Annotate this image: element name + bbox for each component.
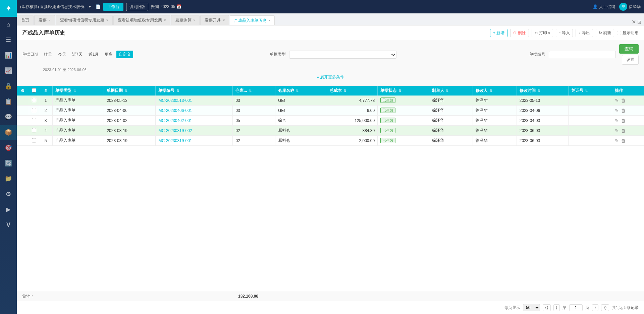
setting-button[interactable]: 设置: [622, 55, 639, 65]
tab-invoice-open[interactable]: 发票开具 ×: [200, 15, 229, 25]
page-size-select[interactable]: 50 20 100: [523, 304, 540, 311]
row-select-1[interactable]: [32, 108, 36, 112]
col-warehouse-code[interactable]: 仓库... ⇅: [233, 86, 275, 96]
select-all-checkbox[interactable]: [32, 88, 36, 92]
tab-close-all-icon[interactable]: ✕: [632, 19, 636, 25]
row-delete-icon-1[interactable]: 🗑: [621, 108, 626, 113]
row-voucher-no-link-4[interactable]: MC-20230319-001: [158, 138, 192, 143]
row-voucher-no-1[interactable]: MC-20230406-001: [156, 106, 233, 116]
tab-sales-vat[interactable]: 查看销项增值税专用发票 ×: [56, 15, 113, 25]
table-container[interactable]: ⚙ # 单据类型 ⇅ 单据日期 ⇅: [17, 86, 644, 291]
row-edit-icon-4[interactable]: ✎: [615, 138, 619, 143]
app-logo[interactable]: ✦: [0, 0, 17, 17]
export-button[interactable]: ↓ 导出: [576, 29, 593, 37]
delete-button[interactable]: ⊖ 删除: [510, 29, 529, 37]
import-button[interactable]: ↑ 导入: [556, 29, 573, 37]
col-date[interactable]: 单据日期 ⇅: [104, 86, 156, 96]
sidebar-item-home[interactable]: ⌂: [0, 17, 17, 32]
refresh-button[interactable]: ↻ 刷新: [596, 29, 614, 37]
sidebar-item-lock[interactable]: 🔒: [0, 78, 17, 94]
date-btn-1month[interactable]: 近1月: [86, 51, 101, 58]
col-settings[interactable]: ⚙: [17, 86, 29, 96]
sidebar-item-list[interactable]: 📋: [0, 94, 17, 109]
date-btn-7days[interactable]: 近7天: [70, 51, 85, 58]
row-select-3[interactable]: [32, 128, 36, 132]
print-button[interactable]: ⊕ 打印 ▾: [532, 29, 553, 37]
expand-conditions-button[interactable]: ▾ 展开更多条件: [317, 74, 344, 80]
tab-invoice[interactable]: 发票 ×: [34, 15, 55, 25]
row-voucher-no-0[interactable]: MC-20230513-001: [156, 96, 233, 106]
prev-page-button[interactable]: ⟨: [553, 304, 560, 311]
row-edit-icon-1[interactable]: ✎: [615, 108, 619, 113]
tab-purchase-vat[interactable]: 查看进项增值税专用发票 ×: [113, 15, 170, 25]
row-delete-icon-0[interactable]: 🗑: [621, 98, 626, 103]
date-btn-custom[interactable]: 自定义: [116, 51, 133, 58]
last-page-button[interactable]: ⟩⟩: [601, 304, 609, 311]
user-menu[interactable]: 华 徐泽华: [619, 3, 641, 11]
row-voucher-no-3[interactable]: MC-20230319-002: [156, 126, 233, 136]
tab-invoice-close[interactable]: ×: [49, 18, 51, 22]
next-page-button[interactable]: ⟩: [592, 304, 598, 311]
row-voucher-no-link-1[interactable]: MC-20230406-001: [158, 108, 192, 113]
row-select-4[interactable]: [32, 138, 36, 142]
sidebar-item-warehouse[interactable]: 📦: [0, 125, 17, 140]
service-link[interactable]: 👤 人工咨询: [593, 4, 615, 10]
sidebar-item-analytics[interactable]: 📈: [0, 63, 17, 78]
sidebar-item-target[interactable]: 🎯: [0, 140, 17, 155]
tab-product-history-close[interactable]: ×: [268, 19, 270, 22]
search-button[interactable]: 查询: [619, 44, 639, 54]
row-edit-icon-0[interactable]: ✎: [615, 98, 619, 103]
col-voucher-no[interactable]: 单据编号 ⇅: [156, 86, 233, 96]
tab-home[interactable]: 首页: [17, 15, 34, 25]
first-page-button[interactable]: ⟨⟨: [543, 304, 551, 311]
sidebar-item-config[interactable]: ⚙: [0, 186, 17, 202]
display-detail-label[interactable]: 显示明细: [617, 30, 639, 36]
row-select-0[interactable]: [32, 98, 36, 102]
page-number-input[interactable]: [569, 304, 583, 311]
col-creator[interactable]: 制单人 ⇅: [429, 86, 473, 96]
tab-sales-vat-close[interactable]: ×: [106, 18, 108, 22]
row-checkbox-1[interactable]: [29, 106, 39, 116]
sidebar-item-message[interactable]: 💬: [0, 109, 17, 125]
col-modify-time[interactable]: 修改时间 ⇅: [517, 86, 568, 96]
company-selector[interactable]: (库存核算) 直播轻捷通信息技术股份... ▾: [20, 4, 92, 10]
row-voucher-no-2[interactable]: MC-20230402-001: [156, 116, 233, 126]
row-select-2[interactable]: [32, 118, 36, 122]
display-detail-checkbox[interactable]: [617, 31, 621, 35]
voucher-no-input[interactable]: [549, 51, 616, 58]
row-checkbox-2[interactable]: [29, 116, 39, 126]
row-checkbox-0[interactable]: [29, 96, 39, 106]
row-voucher-no-link-3[interactable]: MC-20230319-002: [158, 128, 192, 133]
col-modifier[interactable]: 修改人 ⇅: [473, 86, 517, 96]
new-button[interactable]: + 新增: [490, 29, 507, 37]
sidebar-item-folder[interactable]: 📁: [0, 171, 17, 186]
col-checkbox-header[interactable]: [29, 86, 39, 96]
tab-product-history[interactable]: 产成品入库单历史 ×: [230, 15, 275, 25]
row-delete-icon-2[interactable]: 🗑: [621, 118, 626, 123]
sidebar-item-chart[interactable]: 📊: [0, 48, 17, 63]
tab-maximize-icon[interactable]: ⊡: [637, 19, 641, 25]
row-edit-icon-3[interactable]: ✎: [615, 128, 619, 133]
sidebar-item-v[interactable]: V: [0, 217, 17, 233]
row-edit-icon-2[interactable]: ✎: [615, 118, 619, 123]
row-checkbox-3[interactable]: [29, 126, 39, 136]
sidebar-item-play[interactable]: ▶: [0, 202, 17, 217]
old-version-button[interactable]: 切到旧版: [126, 3, 148, 11]
row-delete-icon-3[interactable]: 🗑: [621, 128, 626, 133]
tab-purchase-vat-close[interactable]: ×: [164, 18, 166, 22]
col-total-cost[interactable]: 总成本 ⇅: [327, 86, 377, 96]
date-btn-more[interactable]: 更多: [102, 51, 115, 58]
row-checkbox-4[interactable]: [29, 136, 39, 146]
tab-invoice-open-close[interactable]: ×: [223, 18, 225, 22]
col-voucher-ref[interactable]: 凭证号 ⇅: [568, 86, 612, 96]
voucher-type-select[interactable]: [289, 51, 396, 59]
sidebar-item-sync[interactable]: 🔄: [0, 155, 17, 171]
date-btn-today[interactable]: 今天: [56, 51, 68, 58]
row-voucher-no-4[interactable]: MC-20230319-001: [156, 136, 233, 146]
col-status[interactable]: 单据状态 ⇅: [378, 86, 429, 96]
row-voucher-no-link-2[interactable]: MC-20230402-001: [158, 118, 192, 123]
workbench-button[interactable]: 工作台: [103, 3, 123, 11]
date-btn-yesterday[interactable]: 昨天: [42, 51, 54, 58]
tab-invoice-calc[interactable]: 发票测算 ×: [171, 15, 200, 25]
tab-invoice-calc-close[interactable]: ×: [194, 18, 196, 22]
